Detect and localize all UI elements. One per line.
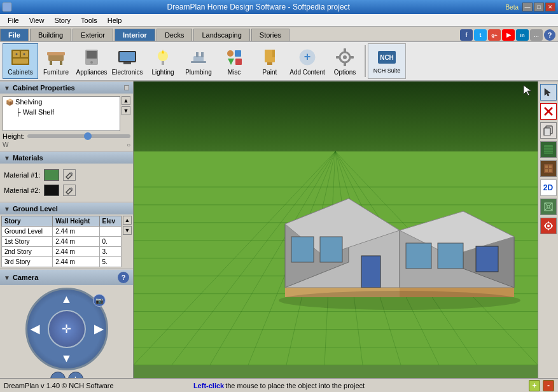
- svg-rect-18: [162, 61, 164, 65]
- zoom-out-camera-button[interactable]: −: [50, 372, 66, 378]
- social-youtube[interactable]: ▶: [502, 29, 515, 41]
- rt-cursor-button[interactable]: [540, 84, 557, 101]
- height-slider-thumb[interactable]: [84, 132, 92, 140]
- cursor-indicator: [522, 84, 535, 98]
- material1-edit-button[interactable]: [63, 169, 76, 181]
- shelf-item-wall-shelf[interactable]: ├ Wall Shelf: [3, 107, 120, 117]
- tool-lighting[interactable]: Lighting: [145, 43, 181, 79]
- rt-texture-button[interactable]: [540, 141, 557, 158]
- svg-rect-33: [344, 48, 346, 52]
- col-story: Story: [2, 216, 53, 227]
- zoom-row: − +: [50, 372, 83, 378]
- materials-header[interactable]: ▼ Materials: [0, 151, 133, 164]
- tool-options[interactable]: Options: [327, 43, 363, 79]
- viewport[interactable]: [134, 81, 538, 378]
- height-scroll[interactable]: ○: [127, 141, 130, 148]
- tool-misc[interactable]: Misc: [216, 43, 252, 79]
- tab-decks[interactable]: Decks: [157, 29, 193, 41]
- plumbing-icon: [188, 47, 209, 67]
- menu-tools[interactable]: Tools: [76, 15, 102, 25]
- gl-scroll-up[interactable]: ▲: [123, 216, 132, 225]
- cabinet-properties-title: Cabinet Properties: [13, 84, 75, 92]
- camera-help-button[interactable]: ?: [118, 272, 129, 283]
- maximize-button[interactable]: □: [534, 3, 544, 11]
- shelf-scroll-up[interactable]: ▲: [122, 96, 130, 105]
- camera-up-button[interactable]: ▲: [61, 293, 73, 306]
- tab-landscaping[interactable]: Landscaping: [193, 29, 249, 41]
- zoom-in-button[interactable]: +: [529, 380, 540, 391]
- tab-file[interactable]: File: [0, 29, 29, 41]
- materials-body: Material #1: Material #2:: [0, 164, 133, 202]
- svg-point-23: [227, 50, 234, 57]
- table-row[interactable]: 2nd Story 2.44 m 3.: [2, 247, 122, 257]
- zoom-in-camera-button[interactable]: +: [68, 372, 83, 378]
- tool-paint[interactable]: Paint: [252, 43, 288, 79]
- shelf-list[interactable]: 📦 Shelving ├ Wall Shelf: [3, 96, 120, 131]
- 3d-wire-icon: [543, 202, 554, 212]
- cabinet-properties-header[interactable]: ▼ Cabinet Properties: [0, 81, 133, 94]
- camera-panel: ▼ Camera ? ▲ ▼ ◀ ▶ ✛: [0, 269, 133, 378]
- table-row[interactable]: 1st Story 2.44 m 0.: [2, 237, 122, 247]
- menu-view[interactable]: View: [24, 15, 50, 25]
- tool-furniture[interactable]: Furniture: [38, 43, 74, 79]
- shelf-item-shelving[interactable]: 📦 Shelving: [3, 97, 120, 107]
- tool-plumbing[interactable]: Plumbing: [181, 43, 216, 79]
- svg-rect-14: [120, 52, 135, 61]
- social-linkedin[interactable]: in: [516, 29, 529, 41]
- svg-rect-3: [13, 59, 28, 64]
- height-slider[interactable]: [27, 134, 130, 138]
- close-button[interactable]: ✕: [545, 3, 555, 11]
- appliances-icon: [81, 47, 102, 67]
- edit-icon-2: [65, 186, 74, 195]
- rt-settings-button[interactable]: [540, 218, 557, 234]
- rt-material-button[interactable]: [540, 160, 557, 177]
- rt-2d-button[interactable]: 2D: [540, 179, 557, 196]
- material1-swatch[interactable]: [44, 169, 59, 181]
- rt-delete-button[interactable]: [540, 103, 557, 120]
- ground-level-header[interactable]: ▼ Ground Level: [0, 202, 133, 214]
- tab-interior[interactable]: Interior: [115, 29, 155, 41]
- menu-file[interactable]: File: [3, 15, 24, 25]
- zoom-out-button[interactable]: -: [543, 380, 554, 391]
- height-min: W: [3, 141, 8, 148]
- tool-cabinets[interactable]: Cabinets: [3, 43, 38, 79]
- tool-add-content[interactable]: + Add Content: [288, 43, 327, 79]
- table-row[interactable]: Ground Level 2.44 m: [2, 227, 122, 237]
- social-more[interactable]: …: [530, 29, 543, 41]
- minimize-button[interactable]: —: [522, 3, 533, 11]
- cabinet-properties-body: 📦 Shelving ├ Wall Shelf ▲ ▼ Height:: [0, 94, 133, 151]
- help-button[interactable]: ?: [544, 29, 555, 41]
- svg-rect-90: [549, 169, 552, 172]
- camera-header[interactable]: ▼ Camera ?: [0, 269, 133, 285]
- camera-down-button[interactable]: ▼: [61, 352, 73, 365]
- tool-appliances[interactable]: Appliances: [74, 43, 109, 79]
- shelf-scroll-down[interactable]: ▼: [122, 106, 130, 115]
- camera-left-button[interactable]: ◀: [31, 322, 39, 336]
- rt-copy-button[interactable]: [540, 122, 557, 139]
- pan-icon[interactable]: ✛: [62, 322, 71, 336]
- table-row[interactable]: 3rd Story 2.44 m 5.: [2, 257, 122, 267]
- tool-nch-suite[interactable]: NCH NCH Suite: [368, 43, 406, 79]
- tab-exterior[interactable]: Exterior: [73, 29, 113, 41]
- social-twitter[interactable]: t: [474, 29, 487, 41]
- svg-rect-22: [191, 61, 206, 63]
- svg-rect-67: [291, 237, 314, 262]
- material2-swatch[interactable]: [44, 185, 59, 196]
- menu-story[interactable]: Story: [49, 15, 76, 25]
- panel-scroll-up[interactable]: [124, 85, 129, 90]
- tool-electronics[interactable]: Electronics: [109, 43, 145, 79]
- gl-scroll-down[interactable]: ▼: [123, 226, 132, 235]
- tab-stories[interactable]: Stories: [251, 29, 289, 41]
- svg-rect-71: [438, 243, 463, 269]
- camera-pan-control[interactable]: ✛: [48, 310, 86, 348]
- social-facebook[interactable]: f: [460, 29, 473, 41]
- menu-help[interactable]: Help: [102, 15, 127, 25]
- social-googleplus[interactable]: g+: [488, 29, 501, 41]
- svg-point-12: [90, 61, 93, 64]
- camera-right-button[interactable]: ▶: [94, 322, 103, 336]
- camera-snap-button[interactable]: 📷: [93, 294, 106, 307]
- rt-3d-wire-button[interactable]: [540, 199, 557, 215]
- svg-rect-9: [47, 52, 65, 55]
- material2-edit-button[interactable]: [63, 185, 76, 196]
- tab-building[interactable]: Building: [30, 29, 71, 41]
